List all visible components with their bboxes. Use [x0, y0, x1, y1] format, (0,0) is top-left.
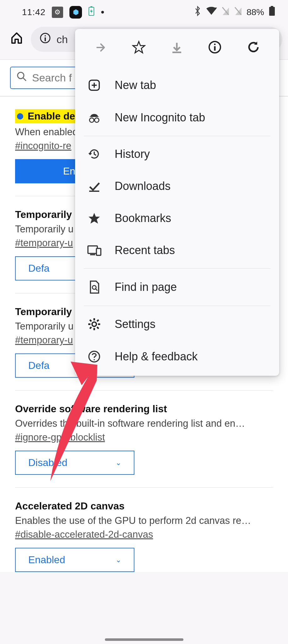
flag-hash[interactable]: #ignore-gpu-blocklist	[15, 432, 105, 443]
menu-label: History	[115, 147, 150, 161]
menu-recent-tabs[interactable]: Recent tabs	[75, 234, 279, 266]
sim-off-icon-1	[221, 6, 230, 18]
svg-rect-8	[45, 37, 46, 41]
gear-icon	[86, 317, 102, 331]
page-info-icon[interactable]	[208, 40, 222, 58]
checkmark-icon	[86, 180, 102, 192]
info-icon	[40, 32, 51, 47]
flag-item: Accelerated 2D canvas Enables the use of…	[15, 488, 273, 572]
flag-description: Overrides the built-in software renderin…	[15, 418, 273, 429]
svg-line-32	[90, 320, 91, 321]
game-app-icon: ⬢	[69, 6, 82, 19]
help-icon	[86, 350, 102, 363]
sim-off-icon-2	[234, 6, 242, 18]
menu-label: Recent tabs	[115, 244, 175, 257]
flag-hash[interactable]: #temporary-u	[15, 335, 73, 346]
menu-history[interactable]: History	[75, 138, 279, 170]
search-placeholder: Search f	[32, 72, 72, 84]
history-icon	[86, 147, 102, 161]
svg-point-7	[45, 35, 46, 36]
devices-icon	[86, 244, 102, 257]
svg-line-33	[97, 327, 99, 329]
menu-find-in-page[interactable]: Find in page	[75, 270, 279, 304]
svg-point-27	[92, 322, 96, 326]
chevron-down-icon: ⌄	[116, 556, 121, 564]
modified-dot-icon	[17, 113, 23, 119]
flag-dropdown[interactable]: Enabled⌄	[15, 548, 134, 572]
flag-hash[interactable]: #incognito-re	[15, 140, 71, 152]
bluetooth-icon	[194, 6, 201, 19]
clock: 11:42	[22, 7, 46, 17]
svg-point-18	[90, 118, 94, 122]
svg-rect-14	[214, 46, 216, 51]
home-icon[interactable]	[9, 31, 24, 48]
svg-point-25	[92, 286, 96, 289]
svg-rect-11	[172, 52, 181, 53]
svg-point-13	[214, 44, 216, 45]
menu-label: New tab	[115, 79, 156, 92]
chevron-down-icon: ⌄	[116, 459, 121, 467]
svg-rect-21	[89, 191, 99, 192]
flag-description: Enables the use of the GPU to perform 2d…	[15, 515, 273, 526]
flag-title: Override software rendering list	[15, 403, 273, 415]
svg-rect-5	[271, 6, 273, 7]
menu-settings[interactable]: Settings	[75, 308, 279, 341]
plus-box-icon	[86, 79, 102, 92]
menu-help[interactable]: Help & feedback	[75, 341, 279, 376]
menu-label: Settings	[115, 318, 155, 331]
status-left: 11:42 ⚙ ⬢ •	[22, 6, 104, 19]
svg-rect-4	[269, 7, 275, 16]
battery-percent: 88%	[247, 7, 264, 17]
flag-item: Override software rendering list Overrid…	[15, 391, 273, 488]
svg-rect-23	[96, 248, 101, 255]
url-text: ch	[57, 33, 68, 46]
battery-charging-icon	[88, 6, 95, 18]
svg-point-9	[18, 72, 24, 79]
more-notifications-dot: •	[101, 6, 104, 18]
flag-dropdown[interactable]: Disabled⌄	[15, 451, 134, 475]
download-icon[interactable]	[171, 41, 183, 58]
svg-rect-1	[90, 6, 92, 7]
menu-new-tab[interactable]: New tab	[75, 69, 279, 101]
svg-line-34	[90, 327, 91, 329]
menu-label: Help & feedback	[115, 350, 198, 363]
status-right: 88%	[194, 6, 275, 19]
svg-point-37	[94, 359, 95, 360]
menu-label: New Incognito tab	[115, 111, 205, 124]
flag-title: Accelerated 2D canvas	[15, 500, 273, 512]
menu-separator	[84, 136, 270, 136]
menu-downloads[interactable]: Downloads	[75, 170, 279, 202]
flag-hash[interactable]: #disable-accelerated-2d-canvas	[15, 529, 153, 540]
settings-app-icon: ⚙	[52, 7, 63, 18]
star-filled-icon	[86, 212, 102, 225]
gesture-bar	[105, 638, 183, 641]
search-icon	[16, 71, 27, 85]
menu-separator	[84, 268, 270, 269]
reload-icon[interactable]	[247, 40, 260, 58]
svg-line-10	[23, 78, 26, 81]
menu-top-actions	[75, 29, 279, 69]
menu-label: Find in page	[115, 280, 177, 294]
menu-separator	[84, 306, 270, 306]
menu-label: Bookmarks	[115, 212, 171, 225]
forward-icon[interactable]	[94, 41, 107, 58]
svg-line-35	[97, 320, 99, 321]
menu-label: Downloads	[115, 180, 171, 193]
menu-bookmarks[interactable]: Bookmarks	[75, 202, 279, 234]
battery-icon	[269, 6, 275, 19]
flag-hash[interactable]: #temporary-u	[15, 237, 73, 249]
menu-incognito[interactable]: New Incognito tab	[75, 101, 279, 134]
wifi-icon	[206, 7, 217, 18]
overflow-menu: New tab New Incognito tab History Downlo…	[75, 29, 279, 376]
incognito-icon	[86, 111, 102, 125]
find-icon	[86, 280, 102, 294]
star-icon[interactable]	[132, 40, 146, 58]
svg-point-19	[95, 118, 99, 122]
status-bar: 11:42 ⚙ ⬢ • 88%	[0, 0, 288, 24]
svg-line-26	[96, 289, 97, 291]
